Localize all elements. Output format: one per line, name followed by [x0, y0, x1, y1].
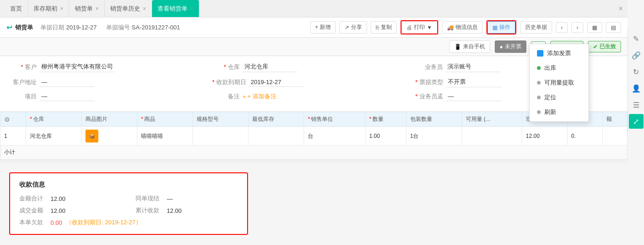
locate-icon	[537, 96, 541, 99]
note-label: 备注	[212, 92, 240, 101]
invoice-type-value: 不开票	[446, 77, 501, 87]
tab-view-sales-label: 查看销货单	[158, 5, 187, 13]
operation-dropdown: 添加发票 出库 可用量提取 定位 刷新	[529, 44, 589, 122]
row-unit-price: 0.	[567, 127, 602, 146]
transaction-amount-row: 成交金额 12.00	[19, 206, 122, 215]
col-sales-unit: *销售单位	[304, 112, 366, 127]
amount-total-value: 12.00	[51, 195, 66, 202]
share-icon: ↗	[345, 24, 349, 31]
print-icon: 🖨	[407, 24, 412, 31]
sidebar-link-icon[interactable]: 🔗	[629, 48, 644, 63]
tab-inventory[interactable]: 库存期初 ×	[28, 0, 69, 17]
col-product-img: 商品图片	[81, 112, 137, 127]
add-note-button[interactable]: + + 添加备注	[243, 92, 277, 101]
print-button[interactable]: 🖨 打印 ▼	[401, 21, 437, 34]
invoice-type-label: 票据类型	[415, 78, 443, 86]
current-due-value: 0.00	[51, 219, 62, 226]
tab-home[interactable]: 首页	[5, 0, 28, 17]
refresh-icon	[537, 110, 541, 114]
gear-icon[interactable]: ⚙	[4, 116, 10, 123]
dropdown-available-qty[interactable]: 可用量提取	[530, 75, 588, 90]
operation-button-wrapper: ▦ 操作	[486, 20, 516, 34]
tab-view-sales[interactable]: 查看销货单 ×	[152, 0, 199, 17]
add-invoice-label: 添加发票	[547, 49, 571, 57]
add-note-icon: +	[243, 93, 246, 100]
history-button[interactable]: 历史单据	[520, 21, 552, 34]
subtotal-row: 小计	[0, 146, 627, 160]
not-opened-button[interactable]: ● 未开票	[495, 40, 526, 53]
row-product-img: 📦	[81, 127, 137, 146]
logistics-button[interactable]: 🚚 物流信息	[442, 21, 483, 34]
dropdown-locate[interactable]: 定位	[530, 90, 588, 105]
add-invoice-icon	[537, 50, 543, 57]
sales-staff-value: —	[446, 92, 501, 101]
customer-value: 柳州粤港平安气体有限公司	[40, 62, 115, 72]
payment-title: 收款信息	[19, 181, 238, 189]
dropdown-outbound[interactable]: 出库	[530, 61, 588, 75]
grid2-button[interactable]: ▤	[606, 22, 621, 33]
tab-inventory-close[interactable]: ×	[60, 6, 63, 12]
doc-toolbar: ↩ 销货单 单据日期 2019-12-27 单据编号 SA-20191227-0…	[0, 17, 627, 38]
tab-sales-history-label: 销货单历史	[110, 5, 140, 13]
copy-button[interactable]: ⎘ 复制	[371, 21, 397, 34]
row-sales-unit: 台	[304, 127, 366, 146]
sidebar-edit-icon[interactable]: ✎	[629, 31, 644, 46]
doc-number-value: SA-20191227-001	[132, 24, 181, 31]
tab-sales-order-close[interactable]: ×	[96, 6, 99, 12]
row-pack-qty: 1台	[406, 127, 462, 146]
logistics-icon: 🚚	[447, 24, 454, 31]
sidebar-expand-icon[interactable]: ⤢	[629, 114, 644, 129]
available-qty-label: 可用量提取	[544, 79, 574, 87]
from-mobile-button[interactable]: 📱 来自手机	[449, 40, 490, 53]
row-amount	[602, 127, 627, 146]
subtotal-label: 小计	[0, 146, 627, 160]
next-button[interactable]: ›	[571, 22, 583, 33]
doc-title-section: ↩ 销货单	[6, 23, 33, 32]
customer-field: 客户 柳州粤港平安气体有限公司	[9, 62, 212, 72]
tab-view-sales-close[interactable]: ×	[190, 6, 193, 12]
dropdown-add-invoice[interactable]: 添加发票	[530, 46, 588, 61]
payment-grid: 金额合计 12.00 同单现结 — 成交金额 12.00 累计收款 12.00 …	[19, 194, 238, 227]
col-model: 规格型号	[193, 112, 249, 127]
project-label: 项目	[9, 92, 37, 101]
sidebar-refresh-icon[interactable]: ↻	[629, 64, 644, 79]
sidebar-user-icon[interactable]: 👤	[629, 81, 644, 96]
operation-button[interactable]: ▦ 操作	[487, 21, 515, 34]
tab-sales-order-label: 销货单	[75, 5, 93, 13]
table-row: 1 河北仓库 📦 嘻嘻嘻嘻 台 1.00 1台 12.00 0.	[0, 127, 627, 146]
same-order-row: 同单现结 —	[136, 194, 238, 203]
form-row-1: 客户 柳州粤港平安气体有限公司 仓库 河北仓库 业务员 演示账号	[9, 62, 618, 72]
tab-inventory-label: 库存期初	[34, 5, 57, 13]
new-button[interactable]: + 新增	[310, 21, 336, 34]
sales-staff-label: 业务员孟	[415, 92, 443, 101]
tab-sales-history-close[interactable]: ×	[143, 6, 146, 12]
col-min-stock: 最低库存	[249, 112, 304, 127]
doc-title-text: 销货单	[15, 23, 33, 32]
tab-sales-order[interactable]: 销货单 ×	[69, 0, 105, 17]
table-scrollbar[interactable]	[0, 160, 627, 163]
cumulative-receipt-value: 12.00	[167, 207, 182, 214]
doc-date-value: 2019-12-27	[66, 24, 97, 31]
tab-sales-history[interactable]: 销货单历史 ×	[105, 0, 152, 17]
mobile-icon: 📱	[454, 44, 461, 50]
address-field: 客户地址 —	[9, 78, 212, 87]
address-label: 客户地址	[9, 78, 37, 86]
dropdown-refresh[interactable]: 刷新	[530, 105, 588, 120]
staff-label: 业务员	[415, 63, 443, 71]
row-quantity: 1.00	[365, 127, 406, 146]
form-row-3: 项目 — 备注 + + 添加备注 业务员孟 —	[9, 92, 618, 101]
share-button[interactable]: ↗ 分享	[339, 21, 367, 34]
col-quantity: *数量	[365, 112, 406, 127]
amount-total-row: 金额合计 12.00	[19, 194, 122, 203]
prev-button[interactable]: ‹	[556, 22, 568, 33]
col-warehouse: *仓库	[26, 112, 81, 127]
current-due-row: 本单欠款 0.00 （收款到期日: 2019-12-27）	[19, 218, 238, 227]
available-qty-icon	[537, 81, 541, 85]
close-all-tabs[interactable]: ×	[619, 5, 623, 13]
grid1-button[interactable]: ▦	[587, 22, 602, 33]
sidebar-list-icon[interactable]: ☰	[629, 97, 644, 112]
form-row-2: 客户地址 — 收款到期日 2019-12-27 票据类型 不开票	[9, 77, 618, 87]
transaction-amount-value: 12.00	[51, 207, 66, 214]
col-setting[interactable]: ⚙	[0, 112, 26, 127]
right-sidebar: ✎ 🔗 ↻ 👤 ☰ ⤢	[627, 28, 644, 132]
